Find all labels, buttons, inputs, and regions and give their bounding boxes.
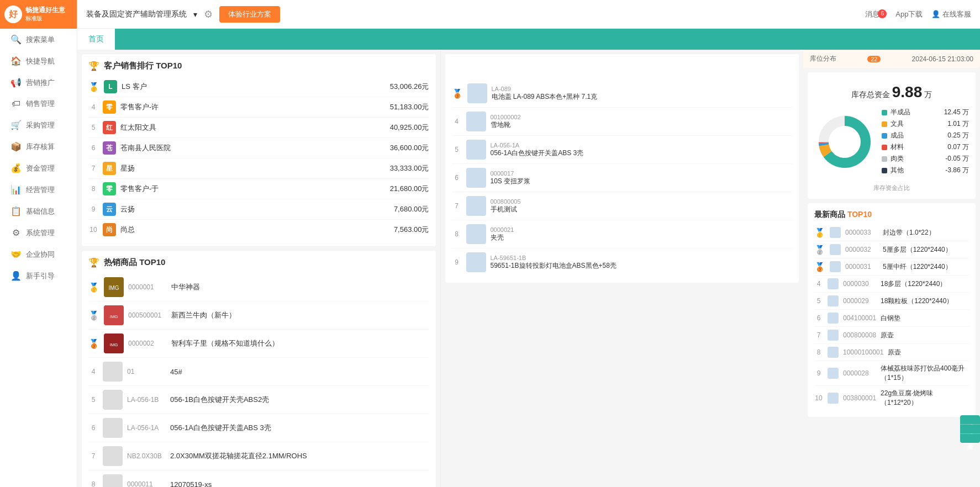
person-icon: 👤 xyxy=(10,271,22,281)
trophy-icon: 🏆 xyxy=(88,61,99,71)
latest-row-3: 🥉 0000031 5厘中纤（1220*2440） xyxy=(814,258,969,276)
customer-ranking-title: 客户销售排行 TOP10 xyxy=(104,61,182,71)
legend-dot-3 xyxy=(882,145,887,150)
rrank-6: 6 xyxy=(452,174,462,182)
rproduct-code-6: 0000017 xyxy=(491,170,531,177)
message-link[interactable]: 消息 6 xyxy=(865,9,887,19)
latest-medal-3: 🥉 xyxy=(814,262,825,272)
sidebar-item-basics[interactable]: 📋 基础信息 xyxy=(0,200,77,222)
float-btn-live[interactable]: 直播 xyxy=(960,434,980,443)
rank-5: 5 xyxy=(88,396,98,404)
app-title-dropdown[interactable]: ▾ xyxy=(193,10,197,19)
sidebar-item-finance[interactable]: 💰 资金管理 xyxy=(0,157,77,179)
sidebar-item-marketing[interactable]: 📢 营销推广 xyxy=(0,72,77,93)
latest-row-10: 10 003800001 22g鱼豆腐·烧烤味（1*12*20） xyxy=(814,386,969,410)
float-btn-service[interactable]: 客服热线 xyxy=(960,415,980,425)
message-badge: 6 xyxy=(878,9,887,18)
latest-code-2: 0000032 xyxy=(845,246,878,253)
sidebar-item-sales[interactable]: 🏷 销售管理 xyxy=(0,93,77,114)
rproduct-code-3: LA-089 xyxy=(492,86,598,92)
latest-rank-6: 6 xyxy=(814,314,823,322)
service-icon: 👤 xyxy=(931,10,940,18)
rank-8: 8 xyxy=(88,480,98,487)
trial-button[interactable]: 体验行业方案 xyxy=(219,6,280,23)
svg-text:IMG: IMG xyxy=(109,342,118,347)
svg-text:IMG: IMG xyxy=(109,314,118,319)
legend-label-5: 其他 xyxy=(891,166,942,175)
sidebar-item-label: 销售管理 xyxy=(26,99,55,109)
latest-rank-8: 8 xyxy=(814,348,823,356)
product-name-3: 智利车子里（规格不知道填什么） xyxy=(171,338,429,348)
legend-label-1: 文具 xyxy=(891,119,944,129)
latest-row-1: 🥇 0000033 封边带（1.0*22） xyxy=(814,224,969,241)
rmedal-3: 🥉 xyxy=(452,88,463,99)
rproduct-img-7 xyxy=(466,196,486,216)
rproduct-img-3 xyxy=(467,83,487,103)
hot-trophy-icon: 🏆 xyxy=(88,257,99,268)
rproduct-code-8: 0000021 xyxy=(491,226,514,233)
logo-icon: 好 xyxy=(4,6,22,23)
box-icon: 📦 xyxy=(10,141,22,152)
sidebar-item-management[interactable]: 📊 经营管理 xyxy=(0,179,77,200)
customer-badge-4: 零 xyxy=(103,100,116,114)
product-row-6: 6 LA-056-1A 056-1A白色按键开关盖ABS 3壳 xyxy=(88,414,429,442)
latest-name-9: 体械荔枝味苏打饮品400毫升（1*15） xyxy=(881,364,969,383)
main-container: 装备及固定资产辅助管理系统 ▾ ⚙ 体验行业方案 消息 6 App下载 👤 在线… xyxy=(77,0,980,487)
legend-list: 半成品 12.45 万 文具 1.01 万 成品 0.25 万 xyxy=(882,108,969,177)
inventory-total-amount: 9.88 xyxy=(892,83,923,100)
sidebar-item-inventory[interactable]: 📦 库存核算 xyxy=(0,136,77,157)
rrank-4: 4 xyxy=(452,118,462,125)
latest-row-4: 4 0000030 18多层（1220*2440） xyxy=(814,276,969,293)
product-code-3: 0000002 xyxy=(128,340,167,347)
app-download-link[interactable]: App下载 xyxy=(895,9,923,19)
tag-icon: 🏷 xyxy=(10,99,22,109)
medal-icon-2: 🥈 xyxy=(88,310,99,321)
product-img-1: IMG xyxy=(104,277,124,297)
latest-row-5: 5 0000029 18颗粒板（1220*2440） xyxy=(814,293,969,310)
product-name-5: 056-1B白色按键开关壳ABS2壳 xyxy=(170,395,429,405)
tab-home[interactable]: 首页 xyxy=(77,29,115,50)
customer-badge-7: 星 xyxy=(103,162,116,175)
header: 装备及固定资产辅助管理系统 ▾ ⚙ 体验行业方案 消息 6 App下载 👤 在线… xyxy=(77,0,980,29)
settings-icon[interactable]: ⚙ xyxy=(204,8,213,20)
message-label: 消息 xyxy=(865,10,879,18)
ranking-row-5: 5 红 红太阳文具 40,925.00元 xyxy=(88,118,429,138)
rproduct-img-6 xyxy=(466,168,486,188)
online-service-link[interactable]: 👤 在线客服 xyxy=(931,9,971,19)
sidebar-item-guide[interactable]: 👤 新手引导 xyxy=(0,265,77,287)
product-img-7 xyxy=(103,446,123,466)
sidebar-item-label: 新手引导 xyxy=(26,271,55,281)
latest-name-10: 22g鱼豆腐·烧烤味（1*12*20） xyxy=(881,389,969,407)
medal-icon-1: 🥇 xyxy=(88,282,99,293)
legend-item-4: 肉类 -0.05 万 xyxy=(882,154,969,163)
sidebar-item-label: 库存核算 xyxy=(26,142,55,152)
sidebar-item-quicknav[interactable]: 🏠 快捷导航 xyxy=(0,50,77,72)
product-name-4: 45# xyxy=(170,368,429,376)
legend-item-0: 半成品 12.45 万 xyxy=(882,108,969,117)
float-btn-community[interactable]: 服务社区 xyxy=(960,425,980,434)
product-img-2: IMG xyxy=(104,305,124,325)
sidebar-item-system[interactable]: ⚙ 系统管理 xyxy=(0,222,77,244)
sidebar-item-purchase[interactable]: 🛒 采购管理 xyxy=(0,114,77,136)
rank-num-8: 8 xyxy=(88,185,98,193)
customer-badge-8: 零 xyxy=(103,182,116,195)
rproduct-row-5: 5 LA-056-1A 056-1A白色按键开关盖ABS 3壳 xyxy=(452,136,793,164)
rrank-8: 8 xyxy=(452,230,462,238)
rproduct-row-9: 9 LA-59651-1B 59651-1B旋转投影灯电池盒ABS黑色+58壳 xyxy=(452,248,793,276)
rproduct-img-4 xyxy=(466,112,486,131)
main-scroll: 🏆 客户销售排行 TOP10 🥇 L LS 客户 53,006.26元 4 xyxy=(77,50,803,487)
rank-num-4: 4 xyxy=(88,103,98,111)
hot-products-title: 热销商品 TOP10 xyxy=(104,257,165,268)
product-code-8: 0000011 xyxy=(127,480,166,487)
sidebar-item-search[interactable]: 🔍 搜索菜单 xyxy=(0,29,77,50)
customer-name-4: 零售客户-许 xyxy=(120,102,386,112)
product-name-7: 2.0X30MM双搓花轴搓花直径2.1MM/ROHS xyxy=(170,451,429,461)
product-row-8: 8 0000011 12070519-xs xyxy=(88,470,429,487)
ranking-row-1: 🥇 L LS 客户 53,006.26元 xyxy=(88,77,429,97)
latest-icon-7 xyxy=(828,330,839,341)
right-panel: 库位分布 22 2024-06-15 21:03:00 库存总资金 9.88 万 xyxy=(803,50,980,487)
legend-dot-5 xyxy=(882,168,887,173)
sidebar-item-collab[interactable]: 🤝 企业协同 xyxy=(0,244,77,265)
product-name-8: 12070519-xs xyxy=(170,480,429,488)
rank-num-9: 9 xyxy=(88,205,98,213)
